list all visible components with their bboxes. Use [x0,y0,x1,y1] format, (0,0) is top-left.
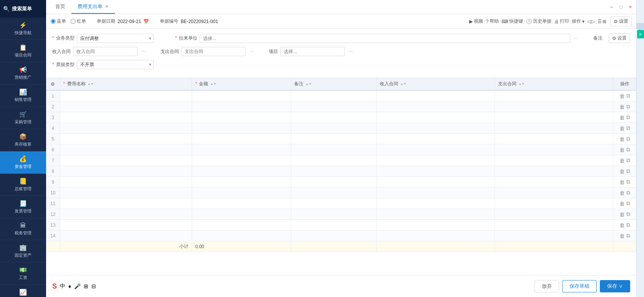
remark-cell[interactable] [291,166,376,177]
expense-name-cell[interactable] [60,187,192,198]
income-contract-input[interactable] [73,47,137,56]
expense-name-cell[interactable] [60,112,192,123]
discard-button[interactable]: 放弃 [535,280,559,292]
shortcut-button[interactable]: ⌨ 快捷键 [502,18,523,25]
amount-cell[interactable] [192,155,291,166]
window-maximize-button[interactable]: □ [618,4,624,10]
video-button[interactable]: ▶ 视频 [469,18,483,25]
copy-icon[interactable]: ⧉ [626,211,630,217]
print-button[interactable]: 🖨 打印 [554,18,569,25]
tab-expense[interactable]: 费用支出单 ✕ [71,0,115,14]
copy-icon[interactable]: ⧉ [626,146,630,153]
delete-icon[interactable]: 🗑 [619,211,625,217]
expense-name-cell[interactable] [60,220,192,231]
remark-cell[interactable] [291,101,376,112]
income-contract-cell[interactable] [376,101,495,112]
sidebar-item-invoice[interactable]: 🧾 发票管理 [0,196,46,218]
expense-contract-cell[interactable] [495,231,613,241]
window-close-button[interactable]: ✕ [627,4,633,10]
remark-cell[interactable] [291,220,376,231]
project-input[interactable] [280,47,345,56]
copy-icon[interactable]: ⧉ [626,136,630,142]
sidebar-item-fixed-assets[interactable]: 🏢 固定资产 [0,240,46,262]
copy-icon[interactable]: ⧉ [626,222,630,228]
income-contract-cell[interactable] [376,198,495,209]
radio-red-label[interactable]: 红单 [71,18,86,25]
remark-cell[interactable] [291,155,376,166]
amount-cell[interactable] [192,123,291,134]
delete-icon[interactable]: 🗑 [619,158,625,164]
footer-icon-5[interactable]: ⊟ [91,283,96,289]
expense-name-cell[interactable] [60,198,192,209]
window-minimize-button[interactable]: ─ [609,4,615,10]
sidebar-item-tax[interactable]: 🏛 税务管理 [0,218,46,240]
income-contract-cell[interactable] [376,144,495,155]
copy-icon[interactable]: ⧉ [626,189,630,196]
amount-cell[interactable] [192,90,291,101]
sort-icon[interactable]: ▲▼ [518,82,525,86]
sort-icon[interactable]: ▲▼ [400,82,406,86]
footer-icon-1[interactable]: 中 [60,283,65,290]
expense-contract-cell[interactable] [495,177,613,187]
income-contract-cell[interactable] [376,231,495,241]
delete-icon[interactable]: 🗑 [619,93,625,99]
expense-contract-input[interactable] [181,47,246,56]
remark-cell[interactable] [291,231,376,241]
settings-button[interactable]: ⚙ 设置 [610,17,632,26]
income-contract-cell[interactable] [376,90,495,101]
save-draft-button[interactable]: 保存草稿 [562,280,597,292]
grid-view-button[interactable]: ⊞ [603,19,606,24]
expense-contract-cell[interactable] [495,187,613,198]
copy-icon[interactable]: ⧉ [626,103,630,110]
delete-icon[interactable]: 🗑 [619,104,625,110]
income-contract-cell[interactable] [376,166,495,177]
remark-cell[interactable] [291,209,376,220]
sidebar-item-ledger[interactable]: 📒 总账管理 [0,174,46,196]
delete-icon[interactable]: 🗑 [619,125,625,131]
sidebar-item-inventory[interactable]: 📦 库存核算 [0,129,46,151]
list-view-button[interactable]: ☰ [598,19,602,24]
amount-cell[interactable] [192,166,291,177]
expense-name-cell[interactable] [60,123,192,134]
save-button[interactable]: 保存 ∨ [600,280,630,292]
sort-icon[interactable]: ▲▼ [210,82,217,86]
tab-home[interactable]: 首页 [49,0,71,14]
expense-name-cell[interactable] [60,209,192,220]
sidebar-item-project-contract[interactable]: 📋 项目合同 [0,40,46,62]
copy-icon[interactable]: ⧉ [626,179,630,185]
expense-contract-cell[interactable] [495,155,613,166]
radio-blue-input[interactable] [51,19,56,24]
sort-icon[interactable]: ▲▼ [88,82,94,86]
income-contract-cell[interactable] [376,177,495,187]
income-contract-cell[interactable] [376,155,495,166]
help-button[interactable]: ? 帮助 [486,18,499,25]
remark-cell[interactable] [291,134,376,144]
partner-input[interactable] [200,34,570,43]
expense-contract-cell[interactable] [495,123,613,134]
copy-icon[interactable]: ⧉ [626,93,630,99]
sidebar-item-payroll[interactable]: 💵 工资 [0,262,46,285]
radio-blue-label[interactable]: 蓝单 [51,18,66,25]
col-gear[interactable]: ⚙ [46,78,60,90]
remark-cell[interactable] [291,90,376,101]
delete-icon[interactable]: 🗑 [619,179,625,185]
delete-icon[interactable]: 🗑 [619,136,625,142]
copy-icon[interactable]: ⧉ [626,168,630,174]
history-button[interactable]: 🕐 历史单据 [526,18,551,25]
sidebar-item-purchase[interactable]: 🛒 采购管理 [0,107,46,129]
remark-cell[interactable] [291,187,376,198]
expense-name-cell[interactable] [60,177,192,187]
calendar-icon[interactable]: 📅 [143,19,149,24]
amount-cell[interactable] [192,134,291,144]
copy-icon[interactable]: ⧉ [626,114,630,121]
operation-button[interactable]: 操作 ▾ [572,18,584,25]
copy-icon[interactable]: ⧉ [626,232,630,239]
income-contract-cell[interactable] [376,187,495,198]
amount-cell[interactable] [192,187,291,198]
prev-button[interactable]: ◁ [587,19,591,24]
delete-icon[interactable]: 🗑 [619,233,625,239]
right-tab-1[interactable]: 附 [636,23,644,29]
expense-name-cell[interactable] [60,155,192,166]
copy-icon[interactable]: ⧉ [626,157,630,164]
expense-contract-cell[interactable] [495,144,613,155]
